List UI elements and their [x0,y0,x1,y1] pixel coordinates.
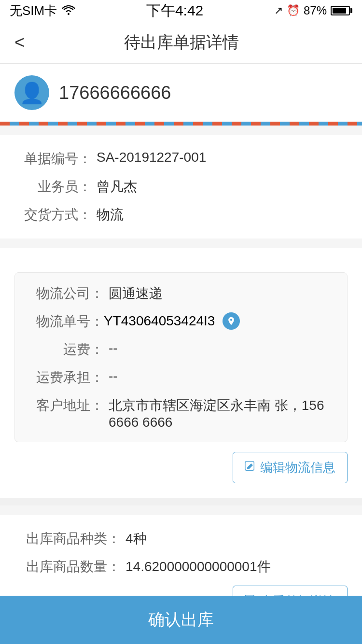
salesperson-row: 业务员： 曾凡杰 [14,178,348,196]
confirm-outbound-label: 确认出库 [148,609,214,631]
logistics-company-value: 圆通速递 [109,284,335,303]
salesperson-value: 曾凡杰 [97,178,348,196]
location-icon[interactable] [223,312,240,330]
edit-logistics-label: 编辑物流信息 [260,459,335,476]
address-row: 客户地址： 北京市市辖区海淀区永丰南 张，156 6666 6666 [27,396,335,430]
freight-row: 运费： -- [27,340,335,359]
page-title: 待出库单据详情 [34,31,328,54]
delivery-method-label: 交货方式： [14,206,92,224]
product-quantity-value: 14.620000000000001件 [125,558,348,576]
battery-icon [331,6,352,15]
avatar: 👤 [14,75,49,110]
document-number-value: SA-20191227-001 [97,150,348,165]
alarm-icon: ⏰ [287,4,300,17]
logistics-company-row: 物流公司： 圆通速递 [27,284,335,303]
status-left: 无SIM卡 [10,2,75,19]
freight-bearer-value: -- [109,368,335,384]
freight-bearer-row: 运费承担： -- [27,368,335,387]
edit-logistics-btn-container: 编辑物流信息 [14,452,348,483]
dashed-divider [0,122,362,126]
document-number-label: 单据编号： [14,150,92,168]
status-bar: 无SIM卡 下午4:42 ↗ ⏰ 87% [0,0,362,21]
basic-info-section: 单据编号： SA-20191227-001 业务员： 曾凡杰 交货方式： 物流 [0,135,362,238]
nav-bar: < 待出库单据详情 [0,21,362,64]
product-types-value: 4种 [125,530,348,548]
address-label: 客户地址： [27,396,104,415]
freight-label: 运费： [27,340,104,359]
status-time: 下午4:42 [146,1,203,21]
confirm-outbound-button[interactable]: 确认出库 [0,596,362,644]
document-number-row: 单据编号： SA-20191227-001 [14,150,348,168]
salesperson-label: 业务员： [14,178,92,196]
customer-phone: 17666666666 [59,83,171,103]
freight-value: -- [109,340,335,356]
battery-percent: 87% [304,4,327,17]
tracking-number-value: YT43064053424I3 [104,313,215,329]
logistics-card: 物流公司： 圆通速递 物流单号： YT43064053424I3 运费： -- … [14,272,348,442]
carrier-text: 无SIM卡 [10,2,57,19]
freight-bearer-label: 运费承担： [27,368,104,387]
tracking-value-container: YT43064053424I3 [104,312,240,330]
edit-logistics-button[interactable]: 编辑物流信息 [233,452,348,483]
gps-icon: ↗ [274,4,283,17]
wifi-icon [62,3,75,18]
edit-icon [245,461,255,475]
tracking-number-label: 物流单号： [27,312,104,331]
logistics-company-label: 物流公司： [27,284,104,303]
delivery-method-value: 物流 [97,206,348,224]
gray-divider [0,498,362,505]
address-value: 北京市市辖区海淀区永丰南 张，156 6666 6666 [109,396,335,430]
user-icon: 👤 [19,81,44,105]
product-types-label: 出库商品种类： [14,530,121,548]
back-button[interactable]: < [14,32,25,53]
logistics-section: 物流公司： 圆通速递 物流单号： YT43064053424I3 运费： -- … [0,248,362,498]
tracking-number-row: 物流单号： YT43064053424I3 [27,312,335,331]
product-types-row: 出库商品种类： 4种 [14,530,348,548]
product-quantity-label: 出库商品数量： [14,558,121,576]
status-right: ↗ ⏰ 87% [274,4,352,17]
product-quantity-row: 出库商品数量： 14.620000000000001件 [14,558,348,576]
customer-header: 👤 17666666666 [0,64,362,122]
delivery-method-row: 交货方式： 物流 [14,206,348,224]
